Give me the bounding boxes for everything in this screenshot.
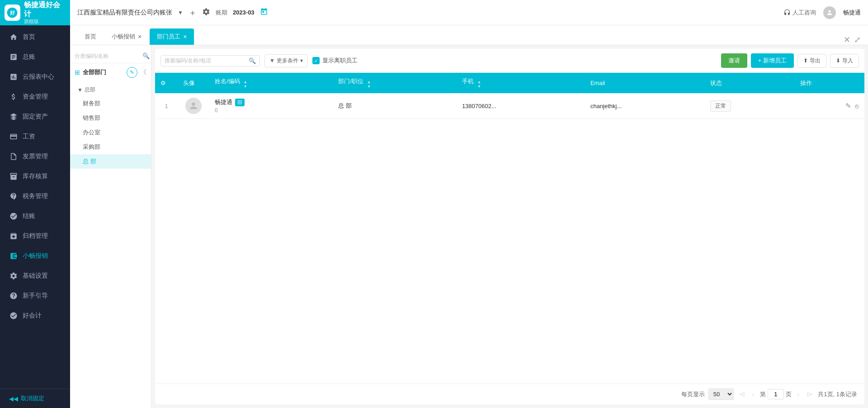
sidebar-item-settings[interactable]: 基础设置 <box>0 266 70 286</box>
logo-icon: 好 <box>5 5 20 21</box>
sidebar-nav: 首页 总账 云报表中心 资金管理 固定资产 <box>0 25 70 389</box>
page-total: 共1页, 1条记录 <box>818 390 857 399</box>
sidebar-item-asset[interactable]: 固定资产 <box>0 107 70 127</box>
tab-dept-close[interactable]: × <box>183 33 187 40</box>
unpin-icon: ◀◀ <box>9 395 18 402</box>
dept-item-sales[interactable]: 销售部 <box>70 111 151 125</box>
import-button[interactable]: ⬇ 导入 <box>830 54 859 68</box>
add-employee-button[interactable]: + 新增员工 <box>751 53 794 68</box>
dept-item-finance[interactable]: 财务部 <box>70 96 151 111</box>
app-version: 旗舰版 <box>24 18 66 25</box>
employee-search-icon[interactable]: 🔍 <box>249 57 256 64</box>
svg-text:好: 好 <box>9 10 15 15</box>
inventory-icon <box>9 172 18 181</box>
dept-edit-button[interactable]: ✎ <box>127 67 137 78</box>
dept-tree: ▼ 总部 财务部 销售部 办公室 采购部 总 部 <box>70 81 151 171</box>
filter-icon: ▼ <box>269 57 275 64</box>
dept-item-purchase[interactable]: 采购部 <box>70 140 151 154</box>
sidebar-item-report[interactable]: 云报表中心 <box>0 67 70 87</box>
logout-employee-button[interactable]: ⎋ <box>855 102 859 110</box>
user-name: 畅捷通 <box>843 9 861 17</box>
tab-expense-close[interactable]: × <box>138 33 142 40</box>
edit-employee-button[interactable]: ✎ <box>845 102 851 110</box>
expand-window-button[interactable]: ⤢ <box>854 35 861 45</box>
filter-dropdown-icon: ▾ <box>300 57 303 64</box>
col-dept[interactable]: 部门/职位 ▲▼ <box>333 73 456 93</box>
fund-icon <box>9 92 18 101</box>
col-phone[interactable]: 手机 ▲▼ <box>457 73 585 93</box>
filter-more-button[interactable]: ▼ 更多条件 ▾ <box>264 54 308 67</box>
show-resigned-checkbox[interactable]: ✓ <box>312 57 320 64</box>
gear-icon[interactable]: ⚙ <box>160 80 166 86</box>
next-page-button[interactable]: › <box>795 389 801 399</box>
dept-search-input[interactable] <box>75 53 142 59</box>
tax-icon <box>9 192 18 201</box>
toolbar-actions: 邀请 + 新增员工 ⬆ 导出 ⬇ 导入 <box>721 53 859 68</box>
col-name[interactable]: 姓名/编码 ▲▼ <box>209 73 333 93</box>
sidebar-item-invoice[interactable]: 发票管理 <box>0 147 70 166</box>
page-size-label: 每页显示 <box>681 390 705 399</box>
tab-expense[interactable]: 小畅报销 × <box>104 28 149 45</box>
add-tab-button[interactable]: ＋ <box>189 7 197 18</box>
tab-home[interactable]: 首页 <box>77 28 104 45</box>
settings-gear-button[interactable] <box>202 8 210 17</box>
sidebar-item-archive[interactable]: 归档管理 <box>0 226 70 246</box>
content-area: 🔍 ⊞ 全部部门 ✎ 《 ▼ 总部 财务部 销售部 <box>70 45 868 408</box>
export-button[interactable]: ⬆ 导出 <box>797 54 826 68</box>
pagination: 每页显示 50 10 20 100 ⊲ ‹ 第 页 › ⊳ 共1页, 1条记录 <box>155 384 864 404</box>
tab-dept-employee[interactable]: 部门员工 × <box>150 28 194 45</box>
sidebar-item-ledger[interactable]: 总账 <box>0 47 70 67</box>
period-value: 2023-03 <box>233 9 255 16</box>
period-label: 账期 <box>216 9 227 17</box>
employee-table: ⚙ 头像 姓名/编码 ▲▼ 部门/职位 ▲▼ <box>155 73 864 119</box>
archive-icon <box>9 232 18 241</box>
contacts-icon <box>9 311 18 320</box>
close-window-button[interactable]: ✕ <box>844 35 850 45</box>
dept-collapse-button[interactable]: 《 <box>140 68 146 76</box>
row-avatar <box>178 93 209 119</box>
employee-search-box: 🔍 <box>160 55 260 66</box>
employee-panel: 🔍 ▼ 更多条件 ▾ ✓ 显示离职员工 邀请 + 新增员工 ⬆ 导出 <box>155 49 864 404</box>
sidebar-item-tax[interactable]: 税务管理 <box>0 186 70 206</box>
page-number-input[interactable] <box>768 389 784 399</box>
employee-name: 畅捷通 部 <box>215 98 327 106</box>
invoice-icon <box>9 152 18 161</box>
sidebar-item-home[interactable]: 首页 <box>0 27 70 47</box>
phone-sort-icon: ▲▼ <box>477 80 481 89</box>
prev-page-button[interactable]: ‹ <box>750 389 756 399</box>
topbar: 江西服宝精品有限责任公司内账张 ▼ ＋ 账期 2023-03 人工咨询 畅捷通 <box>70 0 868 25</box>
col-status: 状态 <box>705 73 795 93</box>
sidebar-item-close-accounts[interactable]: 结账 <box>0 206 70 226</box>
employee-search-input[interactable] <box>165 57 247 64</box>
sidebar-item-guide[interactable]: 新手引导 <box>0 286 70 306</box>
sidebar-item-contacts[interactable]: 好会计 <box>0 306 70 326</box>
window-buttons: ✕ ⤢ <box>844 35 861 45</box>
invite-button[interactable]: 邀请 <box>721 53 747 68</box>
show-resigned-label[interactable]: ✓ 显示离职员工 <box>312 57 358 65</box>
dept-item-zongbu[interactable]: 总 部 <box>70 154 151 169</box>
dept-all-header[interactable]: ⊞ 全部部门 ✎ 《 <box>70 63 151 81</box>
page-size-select[interactable]: 50 10 20 100 <box>708 389 734 400</box>
dept-item-office[interactable]: 办公室 <box>70 125 151 140</box>
settings-icon <box>9 271 18 280</box>
last-page-button[interactable]: ⊳ <box>805 389 814 399</box>
row-ops: ✎ ⎋ <box>795 93 864 119</box>
sidebar-item-salary[interactable]: 工资 <box>0 127 70 147</box>
export-icon: ⬆ <box>803 57 808 64</box>
company-name: 江西服宝精品有限责任公司内账张 <box>77 9 172 17</box>
sidebar-item-fund[interactable]: 资金管理 <box>0 87 70 107</box>
app-logo: 好 畅捷通好会计 旗舰版 <box>0 0 70 25</box>
service-button[interactable]: 人工咨询 <box>783 9 816 17</box>
calendar-button[interactable] <box>260 8 268 18</box>
user-avatar <box>823 6 836 19</box>
dept-group-zongbu[interactable]: ▼ 总部 <box>70 83 151 96</box>
sidebar-item-expense[interactable]: 小畅报销 <box>0 246 70 266</box>
first-page-button[interactable]: ⊲ <box>737 389 747 399</box>
company-dropdown-button[interactable]: ▼ <box>178 9 183 16</box>
guide-icon <box>9 291 18 300</box>
sidebar-item-inventory[interactable]: 库存核算 <box>0 166 70 186</box>
app-name: 畅捷通好会计 <box>24 0 66 18</box>
dept-badge: 部 <box>235 99 245 106</box>
dept-search-icon[interactable]: 🔍 <box>142 52 150 59</box>
unpin-sidebar-button[interactable]: ◀◀ 取消固定 <box>0 389 70 408</box>
